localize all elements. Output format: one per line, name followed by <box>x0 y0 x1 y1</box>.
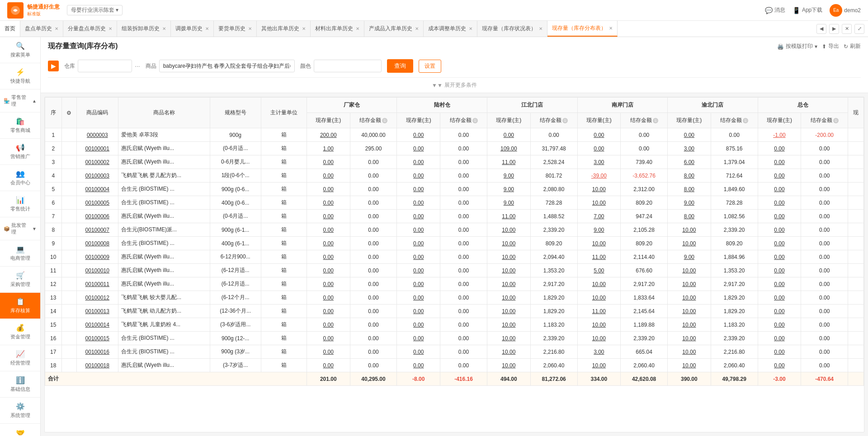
product-input[interactable] <box>159 60 295 72</box>
cell-cj-qty[interactable]: 0.00 <box>307 183 350 196</box>
cell-jb-qty[interactable]: 10.00 <box>487 332 531 345</box>
tab-close[interactable]: ✕ <box>205 26 209 31</box>
cell-yb-qty[interactable]: 10.00 <box>668 305 711 318</box>
tab-close[interactable]: ✕ <box>248 26 252 31</box>
cell-na-qty[interactable]: 10.00 <box>577 332 621 345</box>
cell-yb-qty[interactable]: 10.00 <box>668 277 711 291</box>
cell-lc-qty[interactable]: 0.00 <box>397 305 440 318</box>
cell-lc-qty[interactable]: 0.00 <box>397 183 440 196</box>
cell-jb-qty[interactable]: 10.00 <box>487 277 531 291</box>
cell-total-qty[interactable]: 0.00 <box>758 183 801 196</box>
tab-close[interactable]: ✕ <box>356 26 359 31</box>
cell-cj-qty[interactable]: 0.00 <box>307 264 350 277</box>
cell-code[interactable]: 00100006 <box>76 210 118 223</box>
search-btn[interactable]: 查询 <box>387 59 413 73</box>
sidebar-item-members[interactable]: 👥 会员中心 <box>0 165 40 191</box>
cell-jb-qty[interactable]: 11.00 <box>487 155 531 169</box>
tab-11-active[interactable]: 现存量（库存分布表） ✕ <box>547 21 618 37</box>
cell-yb-qty[interactable]: 10.00 <box>668 237 711 250</box>
cell-yb-qty[interactable]: 10.00 <box>668 345 711 359</box>
cell-lc-qty[interactable]: 0.00 <box>397 128 440 142</box>
sidebar-item-wholesale[interactable]: 📦 批发管理 ▼ <box>0 217 40 240</box>
cell-total-qty[interactable]: 0.00 <box>758 318 801 332</box>
sidebar-item-operations[interactable]: 📈 经营管理 <box>0 345 40 371</box>
cell-cj-qty[interactable]: 0.00 <box>307 237 350 250</box>
cell-total-qty[interactable]: -1.00 <box>758 128 801 142</box>
cell-cj-qty[interactable]: 0.00 <box>307 155 350 169</box>
cell-jb-qty[interactable]: 10.00 <box>487 237 531 250</box>
tab-close[interactable]: ✕ <box>539 26 542 31</box>
cell-code[interactable]: 00100008 <box>76 237 118 250</box>
tab-prev-btn[interactable]: ◀ <box>816 24 826 34</box>
cell-jb-qty[interactable]: 10.00 <box>487 305 531 318</box>
warehouse-input[interactable] <box>78 60 132 72</box>
cell-cj-qty[interactable]: 0.00 <box>307 332 350 345</box>
cell-lc-qty[interactable]: 0.00 <box>397 169 440 183</box>
th-settings[interactable]: ⚙ <box>61 98 76 128</box>
cell-lc-qty[interactable]: 0.00 <box>397 264 440 277</box>
cell-code[interactable]: 00100012 <box>76 291 118 305</box>
cell-total-qty[interactable]: 0.00 <box>758 142 801 155</box>
app-download-btn[interactable]: 📱 App下载 <box>793 6 822 14</box>
tab-6[interactable]: 其他出库单历史 ✕ <box>257 21 311 37</box>
cell-yb-qty[interactable]: 10.00 <box>668 264 711 277</box>
cell-jb-qty[interactable]: 9.00 <box>487 169 531 183</box>
tab-close[interactable]: ✕ <box>469 26 472 31</box>
cell-na-qty[interactable]: 5.00 <box>577 264 621 277</box>
info-icon-total[interactable]: ① <box>833 118 839 123</box>
cell-lc-qty[interactable]: 0.00 <box>397 359 440 372</box>
tab-expand-btn[interactable]: ⤢ <box>854 24 864 34</box>
cell-code[interactable]: 00100001 <box>76 142 118 155</box>
cell-na-qty[interactable]: 9.00 <box>577 223 621 237</box>
cell-cj-qty[interactable]: 0.00 <box>307 359 350 372</box>
cell-total-qty[interactable]: 0.00 <box>758 359 801 372</box>
cell-total-qty[interactable]: 0.00 <box>758 305 801 318</box>
cell-yb-qty[interactable]: 8.00 <box>668 183 711 196</box>
cell-jb-qty[interactable]: 9.00 <box>487 196 531 210</box>
print-btn[interactable]: 🖨️ 按模版打印 ▾ <box>777 42 817 50</box>
cell-cj-qty[interactable]: 0.00 <box>307 291 350 305</box>
cell-lc-qty[interactable]: 0.00 <box>397 237 440 250</box>
cell-cj-qty[interactable]: 0.00 <box>307 318 350 332</box>
cell-jb-qty[interactable]: 10.00 <box>487 250 531 264</box>
cell-na-qty[interactable]: 10.00 <box>577 237 621 250</box>
cell-cj-qty[interactable]: 0.00 <box>307 223 350 237</box>
tab-home[interactable]: 首页 <box>0 21 20 37</box>
cell-jb-qty[interactable]: 0.00 <box>487 128 531 142</box>
cell-jb-qty[interactable]: 10.00 <box>487 359 531 372</box>
info-icon-cj[interactable]: ① <box>382 118 387 123</box>
filter-toggle-btn[interactable]: ▶ <box>48 61 59 71</box>
cell-lc-qty[interactable]: 0.00 <box>397 345 440 359</box>
tab-close[interactable]: ✕ <box>55 26 58 31</box>
cell-code[interactable]: 00100018 <box>76 359 118 372</box>
cell-code[interactable]: 00100007 <box>76 223 118 237</box>
cell-jb-qty[interactable]: 10.00 <box>487 291 531 305</box>
sidebar-item-mall[interactable]: 🛍️ 零售商城 <box>0 113 40 139</box>
cell-code[interactable]: 00100011 <box>76 277 118 291</box>
refresh-btn[interactable]: ↻ 刷新 <box>844 42 861 50</box>
tab-10[interactable]: 现存量（库存状况表） ✕ <box>477 21 547 37</box>
cell-yb-qty[interactable]: 8.00 <box>668 169 711 183</box>
cell-cj-qty[interactable]: 0.00 <box>307 250 350 264</box>
tab-7[interactable]: 材料出库单历史 ✕ <box>311 21 364 37</box>
cell-lc-qty[interactable]: 0.00 <box>397 277 440 291</box>
cell-jb-qty[interactable]: 9.00 <box>487 183 531 196</box>
cell-na-qty[interactable]: 11.00 <box>577 250 621 264</box>
sidebar-item-collab[interactable]: 🤝 企业协同 <box>0 424 40 436</box>
sidebar-item-retail-stats[interactable]: 📊 零售统计 <box>0 191 40 217</box>
cell-code[interactable]: 00100010 <box>76 264 118 277</box>
cell-na-qty[interactable]: 7.00 <box>577 210 621 223</box>
cell-code[interactable]: 00100003 <box>76 169 118 183</box>
cell-total-qty[interactable]: 0.00 <box>758 291 801 305</box>
cell-yb-qty[interactable]: 0.00 <box>668 128 711 142</box>
cell-total-qty[interactable]: 0.00 <box>758 196 801 210</box>
cell-yb-qty[interactable]: 8.00 <box>668 210 711 223</box>
cell-code[interactable]: 00100016 <box>76 345 118 359</box>
setting-btn[interactable]: 设置 <box>419 60 441 73</box>
cell-yb-qty[interactable]: 10.00 <box>668 318 711 332</box>
cell-jb-qty[interactable]: 109.00 <box>487 142 531 155</box>
cell-na-qty[interactable]: 3.00 <box>577 345 621 359</box>
sidebar-item-ecommerce[interactable]: 💻 电商管理 <box>0 240 40 267</box>
info-icon-na[interactable]: ① <box>653 118 658 123</box>
cell-cj-qty[interactable]: 0.00 <box>307 305 350 318</box>
